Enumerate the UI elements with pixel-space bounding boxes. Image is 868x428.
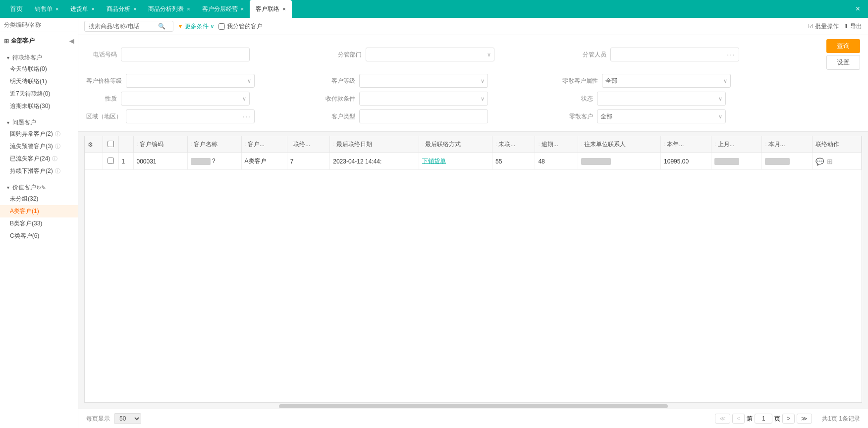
blurred-last-month bbox=[714, 158, 739, 165]
blurred-this-month bbox=[765, 158, 790, 165]
sidebar-collapse-btn[interactable]: ◀ bbox=[69, 38, 74, 45]
col-overdue[interactable]: :逾期... bbox=[535, 136, 578, 153]
sidebar-item-declining[interactable]: 持续下滑客户(2) ⓘ bbox=[0, 165, 78, 177]
setting-button[interactable]: 设置 bbox=[826, 55, 860, 70]
sidebar-item-c-class[interactable]: C类客户(6) bbox=[0, 230, 78, 242]
cell-last-method[interactable]: 下销货单 bbox=[419, 153, 492, 170]
total-records: 共1页 1条记录 bbox=[822, 415, 860, 423]
filter-btn[interactable]: ▼ 更多条件 ∨ bbox=[177, 22, 215, 31]
sidebar-all-customers-header[interactable]: ⊞ 全部客户 ◀ bbox=[0, 34, 78, 48]
next-page-btn[interactable]: > bbox=[782, 414, 795, 424]
row-checkbox[interactable] bbox=[108, 158, 114, 164]
page-input[interactable] bbox=[755, 414, 772, 424]
sidebar-item-a-class[interactable]: A类客户(1) bbox=[0, 205, 78, 217]
filter-payment: 收付款条件 ∨ bbox=[325, 92, 563, 106]
first-page-btn[interactable]: ≪ bbox=[715, 414, 730, 424]
col-code[interactable]: :客户编码 bbox=[133, 136, 187, 153]
nav-tab-segmentation[interactable]: 客户分层经营 × bbox=[196, 0, 250, 18]
chevron-status: ∨ bbox=[718, 96, 722, 102]
data-table-container: ⚙ :客户编码 :客户名称 :客户... :联络... :最后联络日期 :最后联… bbox=[84, 136, 862, 403]
col-name[interactable]: :客户名称 bbox=[187, 136, 241, 153]
nav-tab-customer-contact[interactable]: 客户联络 × bbox=[250, 0, 291, 18]
nav-tab-purchase[interactable]: 进货单 × bbox=[64, 0, 100, 18]
export-button[interactable]: ⬆ 导出 bbox=[844, 22, 862, 31]
edit-icon[interactable]: ✎ bbox=[41, 184, 46, 191]
sidebar-item-churned[interactable]: 已流失客户(24) ⓘ bbox=[0, 153, 78, 165]
my-customers-checkbox[interactable]: 我分管的客户 bbox=[218, 22, 263, 31]
filter-manager-select[interactable]: ··· bbox=[610, 48, 739, 61]
select-all-checkbox[interactable] bbox=[108, 141, 114, 147]
nav-tab-product-list[interactable]: 商品分析列表 × bbox=[142, 0, 196, 18]
filter-dept-select[interactable]: ∨ bbox=[366, 48, 494, 61]
col-last-month[interactable]: :上月... bbox=[711, 136, 762, 153]
table-row: 1 000031 ? A类客户 7 2023-04-12 14:44: 下销货单… bbox=[85, 153, 862, 170]
col-last-method[interactable]: :最后联络方式 bbox=[419, 136, 492, 153]
col-contacts-person[interactable]: :往来单位联系人 bbox=[578, 136, 660, 153]
close-seg-tab[interactable]: × bbox=[241, 6, 244, 12]
cell-last-date: 2023-04-12 14:44: bbox=[330, 153, 419, 170]
sidebar-item-7days[interactable]: 近7天待联络(0) bbox=[0, 88, 78, 100]
last-page-btn[interactable]: ≫ bbox=[797, 414, 812, 424]
filter-retail-attr-select[interactable]: 全部 ∨ bbox=[602, 74, 731, 88]
col-current-year[interactable]: :本年... bbox=[661, 136, 711, 153]
sidebar-item-b-class[interactable]: B类客户(33) bbox=[0, 217, 78, 230]
filter-payment-select[interactable]: ∨ bbox=[359, 92, 488, 106]
per-page-select[interactable]: 50 100 200 bbox=[114, 413, 141, 424]
col-no-contact[interactable]: :未联... bbox=[492, 136, 535, 153]
col-last-date[interactable]: :最后联络日期 bbox=[330, 136, 419, 153]
sidebar-item-repurchase[interactable]: 回购异常客户(2) ⓘ bbox=[0, 128, 78, 140]
problem-header[interactable]: ▼ 问题客户 bbox=[0, 116, 78, 128]
cell-checkbox[interactable] bbox=[103, 153, 118, 170]
close-analysis-tab[interactable]: × bbox=[133, 6, 136, 12]
batch-op-button[interactable]: ☑ 批量操作 bbox=[808, 22, 839, 31]
col-contact[interactable]: :联络... bbox=[287, 136, 329, 153]
query-button[interactable]: 查询 bbox=[826, 39, 860, 53]
close-purchase-tab[interactable]: × bbox=[91, 6, 94, 12]
qr-icon[interactable]: ⊞ bbox=[827, 158, 833, 165]
close-contact-tab[interactable]: × bbox=[282, 6, 285, 12]
sidebar-item-ungraded[interactable]: 未分组(32) bbox=[0, 193, 78, 205]
col-type[interactable]: :客户... bbox=[241, 136, 287, 153]
waiting-header[interactable]: ▼ 待联络客户 bbox=[0, 52, 78, 63]
sidebar: 🔍 ⊞ 全部客户 ◀ ▼ 待联络客户 今天待联络(0) 明天待联络(1) 近7天… bbox=[0, 18, 78, 428]
filter-phone-input[interactable] bbox=[121, 48, 250, 61]
info-icon: ⓘ bbox=[55, 130, 60, 138]
chevron-level: ∨ bbox=[481, 78, 485, 84]
filter-nature-label: 性质 bbox=[86, 95, 121, 103]
filter-nature-select[interactable]: ∨ bbox=[121, 92, 250, 106]
close-list-tab[interactable]: × bbox=[187, 6, 190, 12]
filter-row-1: 电话号码 分管部门 ∨ 分管人员 ··· bbox=[86, 39, 860, 70]
filter-region-select[interactable]: ··· bbox=[126, 109, 255, 123]
refresh-icon[interactable]: ↻ bbox=[36, 184, 41, 191]
filter-dept: 分管部门 ∨ bbox=[331, 48, 576, 61]
nav-home[interactable]: 首页 bbox=[4, 4, 29, 13]
filter-retail-cust-select[interactable]: 全部 ∨ bbox=[597, 109, 726, 123]
col-this-month[interactable]: :本月... bbox=[762, 136, 813, 153]
value-header[interactable]: ▼ 价值客户 ↻ ✎ bbox=[0, 181, 78, 193]
cell-contacts-person bbox=[578, 153, 660, 170]
close-sales-tab[interactable]: × bbox=[55, 6, 58, 12]
chat-icon[interactable]: 💬 bbox=[815, 158, 824, 165]
filter-price-select[interactable]: ∨ bbox=[126, 74, 255, 88]
nav-tab-sales[interactable]: 销售单 × bbox=[29, 0, 64, 18]
cell-contact-count: 7 bbox=[287, 153, 329, 170]
filter-cust-level-select[interactable]: ∨ bbox=[359, 74, 488, 88]
nav-tab-product-analysis[interactable]: 商品分析 × bbox=[101, 0, 142, 18]
my-customers-check-input[interactable] bbox=[218, 23, 225, 30]
sidebar-item-churn-warning[interactable]: 流失预警客户(3) ⓘ bbox=[0, 140, 78, 153]
toolbar-search-icon: 🔍 bbox=[158, 23, 165, 30]
filter-status-select[interactable]: ∨ bbox=[597, 92, 726, 106]
col-gear[interactable]: ⚙ bbox=[85, 136, 103, 153]
sidebar-item-tomorrow[interactable]: 明天待联络(1) bbox=[0, 75, 78, 88]
col-checkbox-header[interactable] bbox=[103, 136, 118, 153]
filter-row-2: 客户价格等级 ∨ 客户等级 ∨ 零散客户属性 全部 bbox=[86, 74, 860, 88]
sidebar-item-today[interactable]: 今天待联络(0) bbox=[0, 63, 78, 75]
sidebar-search-input[interactable] bbox=[4, 21, 78, 28]
filter-cust-type-input[interactable] bbox=[359, 109, 488, 123]
sidebar-item-overdue[interactable]: 逾期未联络(30) bbox=[0, 100, 78, 112]
toolbar-search-input[interactable] bbox=[89, 23, 158, 30]
prev-page-btn[interactable]: < bbox=[732, 414, 745, 424]
chevron-nature: ∨ bbox=[242, 96, 246, 102]
chevron-down-icon: ∨ bbox=[210, 23, 215, 30]
close-all-tabs[interactable]: × bbox=[852, 4, 864, 13]
